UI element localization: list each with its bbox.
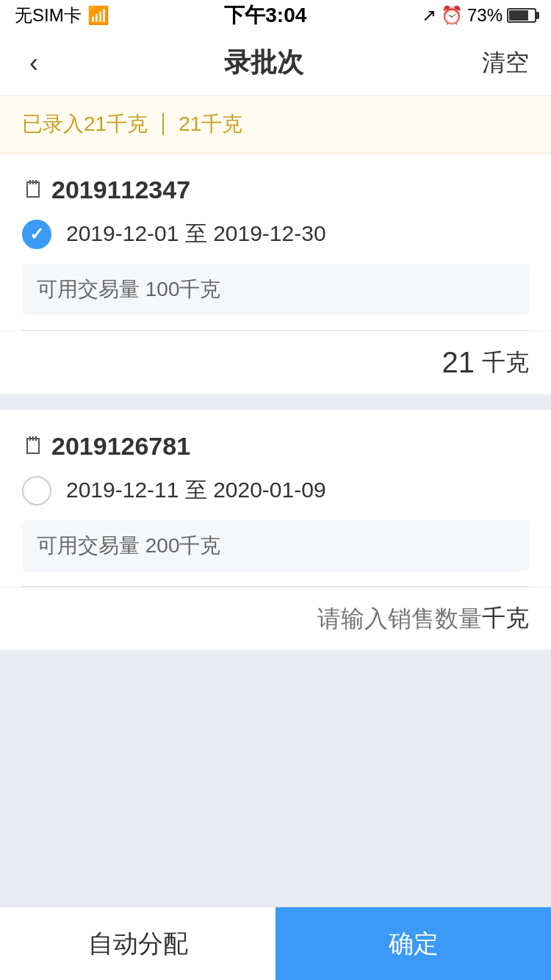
section-separator — [0, 395, 551, 410]
quantity-unit-2: 千克 — [482, 602, 529, 635]
batch-card-1: 🗒 2019112347 2019-12-01 至 2019-12-30 可用交… — [0, 154, 551, 394]
batch-number-2: 2019126781 — [51, 432, 190, 461]
input-row-2: 千克 — [0, 587, 551, 649]
time-label: 下午3:04 — [224, 1, 306, 29]
wifi-icon: 📶 — [87, 5, 109, 26]
batch-row-2[interactable]: 2019-12-11 至 2020-01-09 — [0, 468, 551, 513]
status-bar: 无SIM卡 📶 下午3:04 ↗ ⏰ 73% — [0, 0, 551, 31]
battery-percent: 73% — [467, 5, 503, 26]
alarm-icon: ⏰ — [441, 5, 463, 26]
batch-available-2: 可用交易量 200千克 — [22, 520, 529, 572]
battery-icon — [507, 8, 536, 23]
batch-number-1: 2019112347 — [51, 176, 190, 204]
quantity-value-1: 21 — [442, 346, 475, 379]
batch-date-1: 2019-12-01 至 2019-12-30 — [66, 219, 326, 249]
confirm-button[interactable]: 确定 — [276, 907, 551, 980]
recorded-label: 已录入21千克 — [22, 110, 148, 138]
bottom-bar: 自动分配 确定 — [0, 907, 551, 980]
radio-2[interactable] — [22, 476, 51, 505]
quantity-unit-1: 千克 — [482, 347, 529, 379]
batch-header-2: 🗒 2019126781 — [0, 410, 551, 468]
batch-card-2: 🗒 2019126781 2019-12-11 至 2020-01-09 可用交… — [0, 410, 551, 649]
total-label: 21千克 — [179, 110, 242, 138]
clear-button[interactable]: 清空 — [482, 47, 529, 79]
carrier-label: 无SIM卡 — [15, 4, 82, 27]
status-bar-left: 无SIM卡 📶 — [15, 4, 109, 27]
batch-row-1[interactable]: 2019-12-01 至 2019-12-30 — [0, 212, 551, 256]
auto-distribute-button[interactable]: 自动分配 — [0, 907, 276, 980]
batch-date-2: 2019-12-11 至 2020-01-09 — [66, 475, 326, 505]
status-bar-right: ↗ ⏰ 73% — [422, 5, 536, 26]
location-icon: ↗ — [422, 5, 436, 26]
battery-fill — [509, 10, 528, 21]
banner-divider — [162, 113, 164, 135]
batch-header-1: 🗒 2019112347 — [0, 154, 551, 212]
input-row-1: 21 千克 — [0, 331, 551, 394]
radio-1[interactable] — [22, 220, 51, 249]
page-title: 录批次 — [224, 45, 303, 81]
batch-available-1: 可用交易量 100千克 — [22, 264, 529, 315]
info-banner: 已录入21千克 21千克 — [0, 96, 551, 154]
nav-bar: ‹ 录批次 清空 — [0, 31, 551, 96]
back-button[interactable]: ‹ — [22, 40, 46, 86]
batch-icon-2: 🗒 — [22, 433, 46, 460]
batch-icon-1: 🗒 — [22, 176, 46, 203]
quantity-input-2[interactable] — [22, 605, 482, 633]
